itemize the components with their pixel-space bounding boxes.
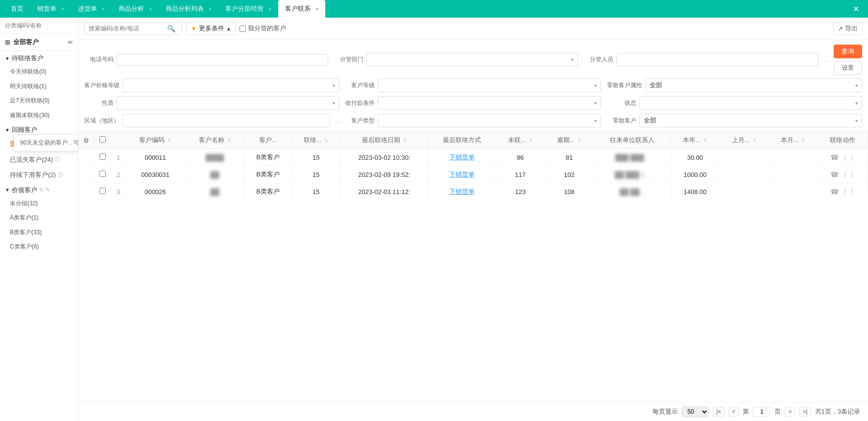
col-this-month[interactable]: 本月... ⇅	[769, 132, 818, 149]
next-page-btn[interactable]: >	[785, 407, 795, 417]
search-input[interactable]	[89, 25, 167, 32]
contact-icon[interactable]: ☎	[830, 171, 839, 178]
page-number-input[interactable]	[753, 407, 771, 417]
sidebar-section-pending[interactable]: ▼ 待联络客户	[0, 51, 78, 65]
sidebar-item-declining[interactable]: 持续下滑客户(2) ⓘ	[0, 167, 78, 182]
close-tab-contact[interactable]: ×	[315, 6, 318, 12]
col-name[interactable]: 客户名称 ⇅	[185, 132, 244, 149]
edit-icon[interactable]: ✎	[46, 187, 50, 193]
more-actions-icon[interactable]: ⋮⋮	[842, 171, 855, 178]
tab-product-list[interactable]: 商品分析列表 ×	[159, 0, 218, 18]
search-submit-icon[interactable]: 🔍	[167, 25, 175, 32]
filter-phone-input[interactable]	[117, 54, 328, 66]
col-last-date[interactable]: 最后联络日期 ⇅	[340, 132, 428, 149]
contact-icon[interactable]: ☎	[830, 188, 839, 196]
col-overdue[interactable]: 逾期... ⇅	[545, 132, 594, 149]
close-tab-sales[interactable]: ×	[61, 6, 64, 12]
row-last-way-cell[interactable]: 下销货单	[428, 183, 496, 200]
col-code[interactable]: 客户编码 ⇅	[126, 132, 185, 149]
col-this-year[interactable]: 本年... ⇅	[671, 132, 720, 149]
collapse-sidebar-btn[interactable]: ≪	[67, 39, 73, 46]
row-last-month-cell	[720, 183, 769, 200]
all-customers-item[interactable]: ⊞ 全部客户 ≪	[0, 34, 78, 51]
filter-region-select[interactable]	[122, 114, 330, 127]
sidebar-item-overdue[interactable]: 逾期未联络(30)	[0, 108, 78, 123]
row-checkbox[interactable]	[99, 153, 106, 160]
filter-person-select[interactable]	[616, 53, 819, 67]
filter-cust-type-select[interactable]: ▾	[378, 114, 601, 127]
contact-icon[interactable]: ☎	[830, 153, 839, 161]
tab-customer-contact[interactable]: 客户联系 ×	[278, 0, 325, 18]
price-dropdown-icon: ▾	[333, 83, 335, 88]
sidebar-item-churned[interactable]: 已流失客户(24) ⓘ	[0, 152, 78, 167]
sidebar-item-class-a[interactable]: A类客户(1)	[0, 211, 78, 225]
query-button[interactable]: 查询	[834, 45, 862, 58]
sort-icon3: ⇅	[324, 138, 328, 143]
row-checkbox-cell[interactable]	[95, 166, 111, 183]
col-contact[interactable]: 联络... ⇅	[291, 132, 340, 149]
filter-zero-cust-select[interactable]: 全部 ▾	[639, 114, 862, 127]
col-last-month[interactable]: 上月... ⇅	[720, 132, 769, 149]
filter-zero-attr-select[interactable]: 全部 ▾	[645, 78, 862, 92]
filter-dept-select[interactable]: ▾	[366, 53, 578, 67]
tab-sales-order[interactable]: 销货单 ×	[30, 0, 71, 18]
row-checkbox[interactable]	[99, 188, 106, 194]
filter-more-btn[interactable]: ▼ 更多条件 ▲	[186, 22, 236, 35]
sidebar-item-class-c[interactable]: C类客户(6)	[0, 240, 78, 254]
sort-icon8: ⇅	[752, 138, 756, 143]
more-actions-icon[interactable]: ⋮⋮	[842, 153, 855, 161]
sort-icon9: ⇅	[801, 138, 805, 143]
last-page-btn[interactable]: >|	[799, 407, 811, 417]
region-more-btn[interactable]: ...	[335, 118, 339, 124]
tab-customer-tier[interactable]: 客户分层经营 ×	[218, 0, 278, 18]
sidebar-search-input[interactable]	[5, 22, 78, 29]
close-tab-tier[interactable]: ×	[268, 6, 271, 12]
select-all-checkbox[interactable]	[99, 136, 106, 143]
row-last-way-cell[interactable]: 下销货单	[428, 166, 496, 183]
settings-button[interactable]: 设置	[834, 61, 862, 74]
sidebar-section-value[interactable]: ▼ 价值客户 ↻ ✎	[0, 183, 78, 197]
my-customers-input[interactable]	[240, 25, 246, 32]
sidebar-item-tomorrow[interactable]: 明天待联络(1)	[0, 79, 78, 94]
col-settings[interactable]: ⚙	[78, 132, 95, 149]
row-cust-type-cell: B类客户	[244, 183, 291, 200]
filter-status-select[interactable]: ▾	[639, 96, 862, 110]
refresh-icon[interactable]: ↻	[39, 187, 44, 193]
more-actions-icon[interactable]: ⋮⋮	[842, 188, 855, 196]
col-checkbox	[95, 132, 111, 149]
close-tab-analysis[interactable]: ×	[149, 6, 152, 12]
first-page-btn[interactable]: |<	[713, 407, 724, 417]
close-all-button[interactable]: ✕	[848, 4, 864, 14]
tab-purchase-order[interactable]: 进货单 ×	[71, 0, 112, 18]
row-checkbox-cell[interactable]	[95, 149, 111, 166]
row-this-year-cell: 30.00	[671, 149, 720, 166]
person-more-btn[interactable]: ...	[823, 57, 828, 63]
filter-price-level-select[interactable]: ▾	[122, 78, 339, 92]
tab-home[interactable]: 首页	[4, 0, 30, 18]
sidebar-item-class-b[interactable]: B类客户(33)	[0, 225, 78, 240]
prev-page-btn[interactable]: <	[728, 407, 739, 417]
my-customers-checkbox[interactable]: 我分管的客户	[240, 24, 286, 33]
sidebar-item-ungrouped[interactable]: 未分组(32)	[0, 197, 78, 211]
info-icon2: ⓘ	[58, 170, 63, 180]
filter-nature-field: 性质 ▾	[84, 96, 339, 110]
close-tab-product-list[interactable]: ×	[209, 6, 212, 12]
col-num	[111, 132, 126, 149]
row-unit-contact-cell: ██ ██...	[594, 183, 671, 200]
tab-product-analysis[interactable]: 商品分析 ×	[112, 0, 159, 18]
sidebar-item-week[interactable]: 近7天待联络(0)	[0, 94, 78, 108]
row-no-contact-cell: 96	[496, 149, 545, 166]
export-button[interactable]: ↗ 导出	[833, 22, 862, 35]
zero-attr-dropdown-icon: ▾	[855, 83, 858, 88]
filter-payment-select[interactable]: ▾	[378, 96, 601, 110]
row-checkbox-cell[interactable]	[95, 183, 111, 200]
sidebar-item-today[interactable]: 今天待联络(0)	[0, 65, 78, 79]
row-last-way-cell[interactable]: 下销货单	[428, 149, 496, 166]
per-page-select[interactable]: 50 100	[682, 406, 709, 417]
col-no-contact[interactable]: 未联... ⇅	[496, 132, 545, 149]
filter-cust-level-select[interactable]: ▾	[378, 78, 601, 92]
row-checkbox[interactable]	[99, 171, 106, 177]
close-tab-purchase[interactable]: ×	[102, 6, 105, 12]
row-last-month-cell	[720, 166, 769, 183]
filter-nature-select[interactable]: ▾	[117, 96, 339, 110]
